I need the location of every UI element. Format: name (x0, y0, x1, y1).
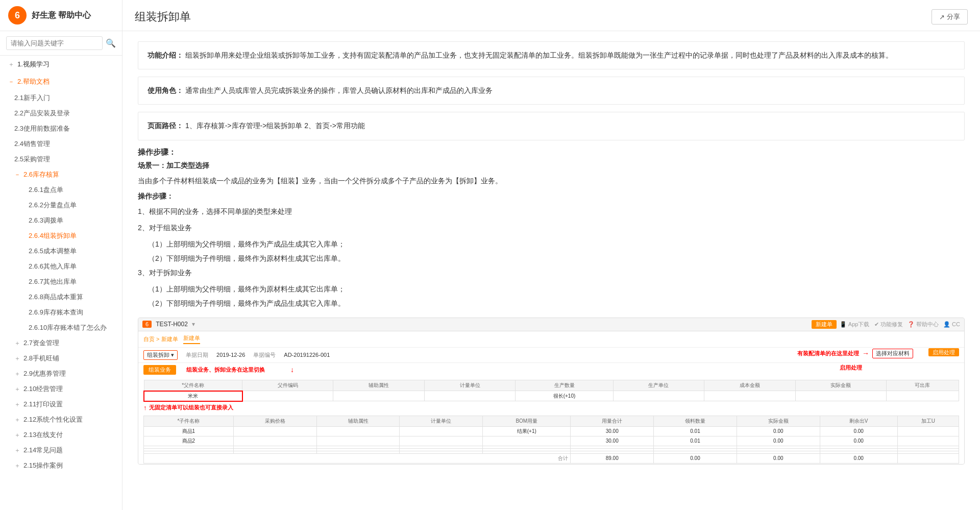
step1: 1、根据不同的业务，选择不同单据的类型来处理 (138, 204, 965, 218)
mock-btd-proc2 (897, 436, 959, 446)
mock-bth-2: 辅助属性 (316, 416, 400, 426)
arrow-right: → (862, 349, 869, 357)
mock-td-attr (333, 391, 424, 401)
mock-btd-a2 (316, 436, 400, 446)
mock-section-row: 组装业务 组装业务、拆卸业务在这里切换 ↓ 启用处理 (138, 363, 964, 377)
sidebar-item-other-out[interactable]: 2.6.7其他出库单 (29, 274, 122, 289)
sidebar-item-assembly[interactable]: 2.6.4组装拆卸单 (29, 228, 122, 244)
mobile-expand-icon: ＋ (14, 354, 20, 363)
annotation4-area: ↑ 无固定清单可以组装也可直接录入 (138, 404, 964, 412)
sidebar-item-coupon[interactable]: ＋ 2.9优惠券管理 (14, 366, 122, 381)
sidebar-item-print[interactable]: ＋ 2.11打印设置 (14, 397, 122, 412)
mock-btd-proc1 (897, 426, 959, 436)
role-text: 通常由生产人员或库管人员完成拆装业务的操作，库管人员确认原材料的出库和产成品的入… (185, 86, 493, 94)
sidebar-item-cost-adj[interactable]: 2.6.5成本调整单 (29, 244, 122, 259)
mock-btd-recv2: 0.01 (654, 436, 737, 446)
share-button[interactable]: ↗ 分享 (932, 9, 968, 25)
sidebar-item-payment[interactable]: ＋ 2.13在线支付 (14, 427, 122, 443)
mock-back: 自贡 > 新建单 (143, 335, 178, 343)
sidebar-item-ops[interactable]: ＋ 2.10经营管理 (14, 381, 122, 397)
sidebar-item-finance[interactable]: ＋ 2.7资金管理 (14, 335, 122, 351)
path-label: 页面路径： (148, 122, 183, 130)
table-row: 商品1 结果(+1) 30.00 0.01 0.00 0.00 (144, 426, 959, 436)
mock-btd-total2: 30.00 (571, 436, 654, 446)
sidebar-item-docs[interactable]: － 2.帮助文档 (0, 73, 122, 90)
mock-td-code (242, 391, 333, 401)
sidebar-item-data-prep[interactable]: 2.3使用前数据准备 (14, 121, 122, 136)
sidebar-item-partial[interactable]: 2.6.2分量盘点单 (29, 198, 122, 213)
search-button[interactable]: 🔍 (106, 38, 116, 48)
mock-bth-8: 剩余出V (820, 416, 897, 426)
mock-td-actual (795, 391, 886, 401)
mock-process-btn: 启用处理 (928, 348, 959, 356)
mock-date-value: 2019-12-26 (216, 352, 245, 358)
sidebar-item-purchase[interactable]: 2.5采购管理 (14, 152, 122, 167)
mock-td-avail (886, 391, 959, 401)
mock-bth-5: 用量合计 (571, 416, 654, 426)
step2: 2、对于组装业务 (138, 221, 965, 235)
mock-th-6: 成本金额 (704, 380, 795, 391)
mock-bth-3: 计量单位 (400, 416, 483, 426)
mock-bth-1: 采购价格 (233, 416, 316, 426)
inventory-subnav: 2.6.1盘点单 2.6.2分量盘点单 2.6.3调拨单 2.6.4组装拆卸单 … (14, 182, 122, 335)
mock-th-1: 父件编码 (242, 380, 333, 391)
main-content: 组装拆卸单 ↗ 分享 功能介绍： 组装拆卸单用来处理企业组装或拆卸等加工业务，支… (122, 0, 980, 510)
sidebar-item-cases[interactable]: ＋ 2.15操作案例 (14, 458, 122, 473)
sidebar-item-newcomer[interactable]: 2.1新手入门 (14, 90, 122, 106)
mock-form-row: 组装拆卸 ▾ 单据日期 2019-12-26 单据编号 AD-20191226-… (138, 348, 964, 363)
mock-th-3: 计量单位 (424, 380, 515, 391)
sidebar-item-inv-error[interactable]: 2.6.10库存账本错了怎么办 (29, 320, 122, 335)
app-title: 好生意 帮助中心 (32, 10, 91, 21)
mock-new-tab: 新建单 (812, 320, 837, 329)
scene1-title: 场景一：加工类型选择 (138, 161, 965, 171)
mock-icons: 📱 App下载 ✔ 功能修复 ❓ 帮助中心 👤 CC (840, 321, 960, 328)
mock-btd-p2 (233, 436, 316, 446)
table-row: 米米 很长(+10) (144, 391, 959, 401)
mock-btd-act1: 0.00 (737, 426, 820, 436)
table-footer-row: 合计 89.00 0.00 0.00 0.00 (144, 453, 959, 463)
search-input[interactable] (6, 36, 103, 50)
sidebar-item-stocktake[interactable]: 2.6.1盘点单 (29, 182, 122, 198)
mock-order-value: AD-20191226-001 (284, 352, 330, 358)
mock-body: 自贡 > 新建单 新建单 组装拆卸 ▾ 单据日期 2019-12-26 单据编号… (138, 331, 964, 464)
sidebar-item-other-in[interactable]: 2.6.6其他入库单 (29, 259, 122, 274)
feature-intro-label: 功能介绍： (148, 51, 183, 59)
sidebar-item-faq[interactable]: ＋ 2.14常见问题 (14, 443, 122, 458)
sidebar-item-sales[interactable]: 2.4销售管理 (14, 136, 122, 152)
sidebar-item-inv-query[interactable]: 2.6.9库存账本查询 (29, 305, 122, 320)
footer-label: 合计 (144, 453, 571, 463)
mock-annotation-area1: 有装配清单的在这里处理 → 选择对应材料 (797, 349, 913, 358)
mock-bth-0: *子件名称 (144, 416, 234, 426)
sidebar-item-goods-cost[interactable]: 2.6.8商品成本重算 (29, 289, 122, 305)
screenshot-mockup: 6 TEST-H002 ▾ 新建单 📱 App下载 ✔ 功能修复 ❓ 帮助中心 … (138, 318, 965, 465)
mock-btd-recv1: 0.01 (654, 426, 737, 436)
mock-lower-table: *子件名称 采购价格 辅助属性 计量单位 BOM用量 用量合计 领料数量 实际金… (143, 416, 959, 464)
faq-expand-icon: ＋ (14, 446, 20, 455)
mock-logo: 6 (142, 321, 152, 328)
mock-btd-rem1: 0.00 (820, 426, 897, 436)
sidebar-item-adjust[interactable]: 2.6.3调拨单 (29, 213, 122, 228)
mock-th-8: 可出库 (886, 380, 959, 391)
sidebar-item-mobile[interactable]: ＋ 2.8手机旺铺 (14, 351, 122, 366)
sidebar-item-system[interactable]: ＋ 2.12系统个性化设置 (14, 412, 122, 427)
content-area: 功能介绍： 组装拆卸单用来处理企业组装或拆卸等加工业务，支持有固定装配清单的产品… (122, 31, 980, 510)
mock-date-label: 单据日期 (186, 351, 208, 359)
ops-title: 操作步骤： (138, 148, 965, 157)
sidebar-item-inventory[interactable]: － 2.6库存核算 (14, 167, 122, 182)
mock-td-cost (704, 391, 795, 401)
step3: 3、对于拆卸业务 (138, 265, 965, 280)
mock-btd-bom2 (483, 436, 571, 446)
mock-td-unit (424, 391, 515, 401)
main-header: 组装拆卸单 ↗ 分享 (122, 0, 980, 31)
expand-icon: ＋ (8, 60, 14, 69)
coupon-expand-icon: ＋ (14, 370, 20, 378)
sidebar-item-install[interactable]: 2.2产品安装及登录 (14, 106, 122, 121)
sidebar-item-video[interactable]: ＋ 1.视频学习 (0, 56, 122, 73)
mock-btd-act2: 0.00 (737, 436, 820, 446)
mock-btd-a1 (316, 426, 400, 436)
page-title: 组装拆卸单 (135, 9, 191, 25)
table-row: 商品2 30.00 0.01 0.00 0.00 (144, 436, 959, 446)
annotation1-text: 有装配清单的在这里处理 (797, 350, 859, 357)
mock-title: TEST-H002 (156, 321, 188, 328)
mock-lower-table-wrap: *子件名称 采购价格 辅助属性 计量单位 BOM用量 用量合计 领料数量 实际金… (138, 412, 964, 464)
